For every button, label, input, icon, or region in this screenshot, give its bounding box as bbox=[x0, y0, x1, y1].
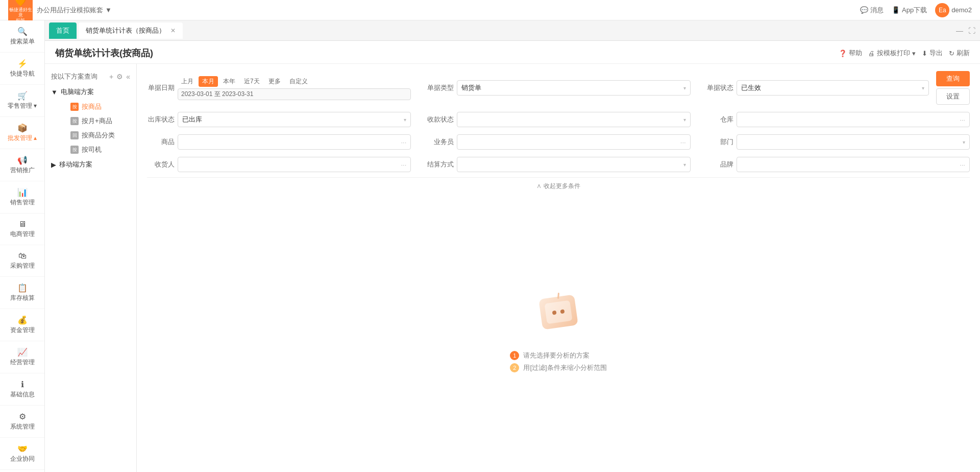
tab-home[interactable]: 首页 bbox=[49, 22, 77, 39]
sidebar-item-finance[interactable]: 💰 资金管理 bbox=[0, 309, 44, 341]
sidebar-item-operations[interactable]: 📈 经营管理 bbox=[0, 341, 44, 373]
template-print-button[interactable]: 🖨 按模板打印 ▾ bbox=[868, 49, 916, 58]
search-icon: 🔍 bbox=[2, 27, 42, 36]
payment-method-chevron: ▾ bbox=[683, 162, 686, 168]
empty-box-eyes bbox=[552, 309, 565, 315]
tab-sales-stat[interactable]: 销货单统计计表（按商品） ✕ bbox=[79, 22, 183, 39]
add-scheme-icon[interactable]: + bbox=[109, 73, 113, 81]
empty-box-face bbox=[544, 300, 572, 324]
sidebar-item-label: 批发管理 ▴ bbox=[2, 134, 42, 143]
date-btn-7days[interactable]: 近7天 bbox=[240, 76, 263, 87]
basic-info-icon: ℹ bbox=[2, 380, 42, 389]
sidebar-item-newbie[interactable]: 🎯 新手引导 bbox=[0, 470, 44, 472]
date-btn-this-year[interactable]: 本年 bbox=[219, 76, 239, 87]
tree-item-by-cashier[interactable]: 按 按司机 bbox=[55, 143, 136, 157]
tree-item-product-category[interactable]: 回 按商品分类 bbox=[55, 128, 136, 143]
left-eye bbox=[552, 310, 557, 315]
product-dots[interactable]: ··· bbox=[401, 138, 406, 146]
date-btn-more[interactable]: 更多 bbox=[265, 76, 284, 87]
sidebar-item-search[interactable]: 🔍 搜索菜单 bbox=[0, 20, 44, 53]
workspace-selector[interactable]: 办公用品行业模拟账套 ▼ bbox=[37, 6, 112, 15]
query-button[interactable]: 查询 bbox=[936, 71, 970, 86]
date-btn-this-month[interactable]: 本月 bbox=[199, 76, 218, 87]
user-menu[interactable]: Ea demo2 bbox=[935, 3, 972, 17]
salesperson-input[interactable]: ··· bbox=[457, 134, 690, 150]
date-label: 单据日期 bbox=[147, 83, 175, 92]
sidebar-item-label: 基础信息 bbox=[2, 390, 42, 399]
settings-button[interactable]: 设置 bbox=[936, 88, 970, 105]
left-panel-header: 按以下方案查询 + ⚙ « bbox=[45, 69, 136, 84]
sidebar-item-purchase[interactable]: 🛍 采购管理 bbox=[0, 245, 44, 277]
warehouse-input[interactable]: ··· bbox=[737, 112, 970, 127]
out-status-input[interactable]: 已出库 ▾ bbox=[178, 112, 411, 127]
recipient-dots[interactable]: ··· bbox=[401, 161, 406, 169]
scheme-settings-icon[interactable]: ⚙ bbox=[116, 73, 123, 81]
doc-type-chevron: ▾ bbox=[683, 85, 686, 91]
brand-dots[interactable]: ··· bbox=[960, 161, 965, 169]
hint-num-2: 2 bbox=[510, 363, 519, 372]
sidebar-item-label: 资金管理 bbox=[2, 326, 42, 335]
sidebar-item-label: 搜索菜单 bbox=[2, 37, 42, 46]
sidebar-item-ecommerce[interactable]: 🖥 电商管理 bbox=[0, 214, 44, 245]
messages-button[interactable]: 💬 消息 bbox=[860, 6, 884, 15]
out-status-chevron: ▾ bbox=[404, 117, 406, 123]
sidebar-item-label: 快捷导航 bbox=[2, 69, 42, 78]
payment-method-input[interactable]: ▾ bbox=[457, 157, 690, 172]
sidebar-item-marketing[interactable]: 📢 营销推广 bbox=[0, 149, 44, 181]
messages-label: 消息 bbox=[870, 6, 884, 15]
purchase-icon: 🛍 bbox=[2, 251, 42, 261]
refresh-button[interactable]: ↻ 刷新 bbox=[949, 49, 970, 58]
help-button[interactable]: ❓ 帮助 bbox=[839, 49, 862, 58]
tree-item-month-product[interactable]: 按 按月+商品 bbox=[55, 114, 136, 128]
maximize-button[interactable]: ⛶ bbox=[968, 27, 976, 35]
sidebar-item-retail[interactable]: 🛒 零售管理 ▾ bbox=[0, 85, 44, 117]
tree-desktop-children: 按 按商品 按 按月+商品 回 按商品分类 bbox=[45, 100, 136, 157]
tree-item-by-product[interactable]: 按 按商品 bbox=[55, 100, 136, 114]
date-btn-last-month[interactable]: 上月 bbox=[178, 76, 197, 87]
payment-status-input[interactable]: ▾ bbox=[457, 112, 690, 127]
sidebar-item-sales-mgmt[interactable]: 📊 销售管理 bbox=[0, 181, 44, 214]
page-body: 销货单统计计表(按商品) ❓ 帮助 🖨 按模板打印 ▾ ⬇ 导出 bbox=[45, 41, 980, 472]
doc-type-input[interactable]: 销货单 ▾ bbox=[457, 80, 690, 96]
doc-status-input[interactable]: 已生效 ▾ bbox=[737, 80, 929, 96]
dept-input[interactable]: ▾ bbox=[737, 134, 970, 150]
page-title-bar: 销货单统计计表(按商品) ❓ 帮助 🖨 按模板打印 ▾ ⬇ 导出 bbox=[45, 41, 980, 64]
recipient-input[interactable]: ··· bbox=[178, 157, 411, 172]
payment-method-label: 结算方式 bbox=[426, 160, 454, 169]
sidebar-item-label: 采购管理 bbox=[2, 262, 42, 270]
wholesale-icon: 📦 bbox=[2, 123, 42, 133]
print-icon: 🖨 bbox=[868, 50, 875, 57]
minimize-button[interactable]: — bbox=[955, 27, 964, 35]
sidebar-item-system[interactable]: ⚙ 系统管理 bbox=[0, 406, 44, 438]
collapse-bar[interactable]: ∧ 收起更多条件 bbox=[147, 177, 970, 195]
salesperson-dots[interactable]: ··· bbox=[680, 138, 686, 146]
warehouse-dots[interactable]: ··· bbox=[960, 116, 965, 124]
filter-product-field: 商品 ··· bbox=[147, 134, 411, 150]
sidebar-item-inventory[interactable]: 📋 库存核算 bbox=[0, 277, 44, 309]
product-input[interactable]: ··· bbox=[178, 134, 411, 150]
sidebar-item-label: 企业协同 bbox=[2, 455, 42, 463]
by-cashier-icon: 按 bbox=[70, 146, 79, 154]
app-download-button[interactable]: 📱 App下载 bbox=[892, 6, 927, 15]
tree-mobile-header[interactable]: ▶ 移动端方案 bbox=[45, 157, 136, 172]
date-range-input[interactable]: 2023-03-01 至 2023-03-31 bbox=[178, 88, 411, 100]
sidebar-item-wholesale[interactable]: 📦 批发管理 ▴ bbox=[0, 117, 44, 149]
sidebar-item-label: 经营管理 bbox=[2, 358, 42, 367]
empty-hint-1: 1 请先选择要分析的方案 bbox=[510, 351, 606, 360]
refresh-icon: ↻ bbox=[949, 50, 954, 57]
tree-desktop-header[interactable]: ▼ 电脑端方案 bbox=[45, 84, 136, 100]
doc-status-label: 单据状态 bbox=[706, 83, 733, 92]
sidebar-item-enterprise[interactable]: 🤝 企业协同 bbox=[0, 438, 44, 470]
sidebar-item-basic-info[interactable]: ℹ 基础信息 bbox=[0, 373, 44, 406]
filter-doc-status-field: 单据状态 已生效 ▾ bbox=[706, 80, 929, 96]
tab-close-icon[interactable]: ✕ bbox=[170, 27, 176, 34]
date-btn-custom[interactable]: 自定义 bbox=[286, 76, 311, 87]
collapse-panel-icon[interactable]: « bbox=[126, 73, 130, 81]
sidebar-item-quick-nav[interactable]: ⚡ 快捷导航 bbox=[0, 53, 44, 85]
month-product-icon: 按 bbox=[70, 117, 79, 125]
left-panel-icons: + ⚙ « bbox=[109, 73, 130, 81]
export-button[interactable]: ⬇ 导出 bbox=[922, 49, 943, 58]
brand-input[interactable]: ··· bbox=[737, 157, 970, 172]
sidebar-item-label: 零售管理 ▾ bbox=[2, 102, 42, 110]
sidebar-item-label: 系统管理 bbox=[2, 422, 42, 431]
